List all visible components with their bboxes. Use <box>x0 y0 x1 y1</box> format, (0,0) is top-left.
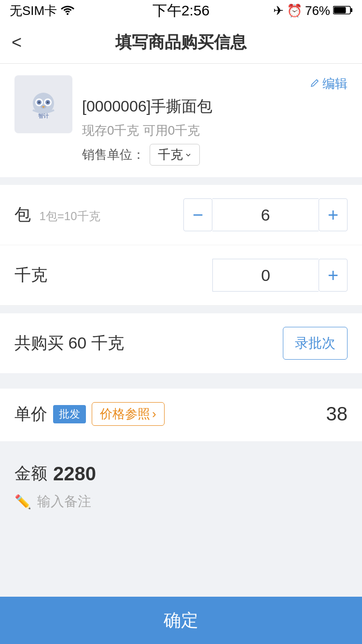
unit-label: 销售单位： <box>82 146 145 163</box>
product-card: 智计 编辑 [0000006]手撕面包 现存0千克 可用0千克 销售单位： 千克 <box>0 64 362 177</box>
battery-icon <box>333 3 352 18</box>
bao-label: 包 1包=10千克 <box>14 204 183 226</box>
amount-row: 金额 2280 <box>14 462 348 485</box>
svg-point-9 <box>47 101 49 103</box>
page-title: 填写商品购买信息 <box>115 31 247 54</box>
alarm-icon: ⏰ <box>287 3 302 18</box>
kg-input[interactable] <box>212 259 319 292</box>
confirm-button[interactable]: 确定 <box>0 597 362 644</box>
amount-value: 2280 <box>53 463 96 485</box>
bao-sublabel: 1包=10千克 <box>39 210 100 223</box>
remark-row[interactable]: ✏️ 输入备注 <box>14 492 348 511</box>
carrier-text: 无SIM卡 <box>10 2 57 19</box>
svg-rect-1 <box>350 8 352 12</box>
price-label: 单价 <box>14 403 47 425</box>
quantity-section: 包 1包=10千克 − + 千克 + <box>0 185 362 306</box>
svg-rect-2 <box>334 7 346 13</box>
price-section: 单价 批发 价格参照 › 38 <box>0 389 362 441</box>
svg-point-8 <box>38 101 40 103</box>
bao-decrement-button[interactable]: − <box>183 198 212 231</box>
location-icon: ✈ <box>273 3 284 18</box>
amount-section: 金额 2280 ✏️ 输入备注 <box>0 449 362 520</box>
price-value: 38 <box>326 403 348 425</box>
kg-label: 千克 <box>14 264 212 286</box>
bao-input[interactable] <box>212 198 319 231</box>
total-row: 共购买 60 千克 录批次 <box>0 313 362 373</box>
record-batch-button[interactable]: 录批次 <box>283 327 348 360</box>
total-label: 共购买 60 千克 <box>14 332 283 354</box>
product-info: 编辑 [0000006]手撕面包 现存0千克 可用0千克 销售单位： 千克 <box>82 75 348 166</box>
unit-select[interactable]: 千克 <box>150 144 200 166</box>
bao-increment-button[interactable]: + <box>319 198 348 231</box>
svg-text:智计: 智计 <box>38 113 49 119</box>
price-tag: 批发 <box>53 405 86 423</box>
kg-controls: + <box>212 259 348 292</box>
nav-bar: < 填写商品购买信息 <box>0 21 362 64</box>
price-ref-button[interactable]: 价格参照 › <box>92 402 165 426</box>
back-button[interactable]: < <box>12 32 22 53</box>
kg-row: 千克 + <box>0 245 362 306</box>
bao-controls: − + <box>183 198 348 231</box>
edit-button[interactable]: 编辑 <box>310 75 348 92</box>
wifi-icon <box>61 3 74 18</box>
bao-row: 包 1包=10千克 − + <box>0 185 362 245</box>
divider <box>0 381 362 389</box>
amount-label: 金额 <box>14 462 47 485</box>
status-time: 下午2:56 <box>153 1 209 21</box>
remark-label: 输入备注 <box>37 492 91 511</box>
price-row: 单价 批发 价格参照 › 38 <box>14 402 348 426</box>
kg-increment-button[interactable]: + <box>319 259 348 292</box>
confirm-label: 确定 <box>164 609 198 632</box>
product-image: 智计 <box>14 75 72 133</box>
product-name: [0000006]手撕面包 <box>82 96 348 117</box>
status-right: ✈ ⏰ 76% <box>273 3 352 18</box>
product-unit-row: 销售单位： 千克 <box>82 144 348 166</box>
status-bar: 无SIM卡 下午2:56 ✈ ⏰ 76% <box>0 0 362 21</box>
status-left: 无SIM卡 <box>10 2 74 19</box>
battery-text: 76% <box>305 3 330 18</box>
product-edit-area: 编辑 <box>82 75 348 92</box>
product-stock: 现存0千克 可用0千克 <box>82 122 348 139</box>
owl-icon: 智计 <box>27 90 60 119</box>
pencil-icon: ✏️ <box>14 494 31 510</box>
